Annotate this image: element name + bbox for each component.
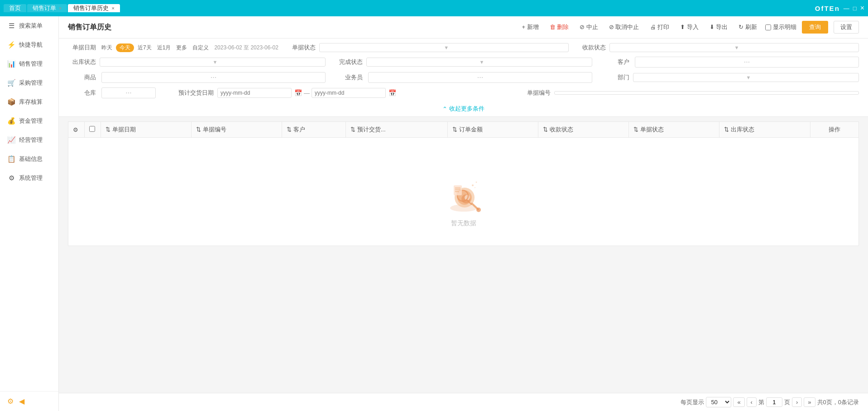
top-bar: 首页 销售订单 × 销售订单历史 × OfTEn — □ × [0, 0, 868, 16]
th-bill-date[interactable]: ⇅ 单据日期 [101, 122, 192, 138]
display-toggle-checkbox[interactable] [765, 24, 771, 30]
import-button[interactable]: ⬆ 导入 [677, 22, 701, 33]
sidebar-item-operations[interactable]: 📈 经营管理 [0, 131, 58, 150]
date-tag-1month[interactable]: 近1月 [155, 44, 173, 52]
sidebar-item-search-label: 搜索菜单 [19, 22, 43, 30]
select-all-checkbox[interactable] [89, 126, 95, 132]
page-title: 销售订单历史 [68, 23, 111, 32]
refresh-button[interactable]: ↻ 刷新 [736, 22, 760, 33]
sidebar-item-inventory[interactable]: 📦 库存核算 [0, 92, 58, 111]
warehouse-input[interactable]: ··· [101, 87, 156, 98]
filter-row-warehouse: 仓库 ··· 预计交货日期 📅 — 📅 单据编号 [68, 87, 859, 98]
svg-point-6 [476, 208, 481, 212]
th-outbound-status[interactable]: ⇅ 出库状态 [719, 122, 810, 138]
date-tag-yesterday[interactable]: 昨天 [100, 44, 114, 52]
salesperson-input[interactable]: ··· [368, 72, 592, 83]
svg-point-15 [475, 187, 475, 188]
inventory-icon: 📦 [7, 98, 15, 106]
date-tag-more[interactable]: 更多 [174, 44, 189, 52]
settings-bottom-icon[interactable]: ⚙ [7, 397, 14, 406]
stop-button[interactable]: ⊘ 中止 [577, 22, 601, 33]
customer-input[interactable]: ··· [635, 57, 859, 68]
th-bill-date-label: ⇅ 单据日期 [106, 126, 136, 133]
page-header: 销售订单历史 + 新增 🗑 删除 ⊘ 中止 ⊘ 取消中止 🖨 打印 ⬆ 导入 ⬇… [59, 16, 868, 39]
per-page-select[interactable]: 50 10 20 100 [706, 397, 731, 407]
query-button[interactable]: 查询 [802, 21, 828, 34]
th-amount[interactable]: ⇅ 订单金额 [447, 122, 538, 138]
goods-input[interactable]: ··· [101, 72, 326, 83]
display-toggle[interactable]: 显示明细 [765, 23, 796, 31]
svg-rect-9 [454, 185, 462, 195]
delivery-date-from[interactable] [217, 88, 292, 98]
date-tag-today[interactable]: 今天 [116, 44, 134, 52]
print-button[interactable]: 🖨 打印 [647, 22, 672, 33]
th-bill-no-label: ⇅ 单据编号 [196, 126, 226, 133]
finance-icon: 💰 [7, 117, 15, 125]
sidebar-item-sales-label: 销售管理 [19, 60, 43, 68]
bill-no-input[interactable] [554, 91, 859, 95]
first-page-btn[interactable]: « [733, 397, 744, 407]
th-settings[interactable]: ⚙ [68, 122, 85, 138]
sidebar-item-quicknav[interactable]: ⚡ 快捷导航 [0, 35, 58, 54]
th-bill-status[interactable]: ⇅ 单据状态 [629, 122, 719, 138]
sidebar-item-system[interactable]: ⚙ 系统管理 [0, 169, 58, 188]
calendar-to-icon[interactable]: 📅 [388, 89, 396, 97]
tab-home-label: 首页 [9, 4, 21, 12]
date-tag-custom[interactable]: 自定义 [191, 44, 211, 52]
tab-home[interactable]: 首页 [4, 4, 26, 12]
th-payment-status-label: ⇅ 收款状态 [543, 126, 573, 133]
outbound-status-select[interactable]: ▼ [100, 58, 326, 67]
prev-page-btn[interactable]: ‹ [747, 397, 757, 407]
th-delivery[interactable]: ⇅ 预计交货... [346, 122, 448, 138]
minimize-btn[interactable]: — [844, 5, 849, 12]
payment-status-select[interactable]: ▼ [609, 43, 859, 52]
sidebar-item-purchase[interactable]: 🛒 采购管理 [0, 73, 58, 92]
tab-sales-order-label: 销售订单 [33, 4, 56, 12]
new-button[interactable]: + 新增 [519, 22, 541, 33]
close-btn[interactable]: × [860, 4, 864, 12]
department-select[interactable]: ▼ [633, 73, 859, 82]
svg-point-14 [475, 182, 477, 183]
main-layout: ☰ 搜索菜单 ⚡ 快捷导航 📊 销售管理 🛒 采购管理 📦 库存核算 💰 资金管… [0, 16, 868, 411]
sidebar-item-sales[interactable]: 📊 销售管理 [0, 54, 58, 73]
outbound-status-arrow: ▼ [213, 59, 322, 65]
filter-row-date: 单据日期 昨天 今天 近7天 近1月 更多 自定义 2023-06-02 至 2… [68, 43, 859, 52]
collapse-sidebar-icon[interactable]: ◀ [19, 397, 24, 406]
delivery-date-to[interactable] [312, 88, 386, 98]
empty-illustration [441, 174, 486, 219]
sidebar-item-basic[interactable]: 📋 基础信息 [0, 150, 58, 169]
sales-icon: 📊 [7, 60, 15, 68]
th-customer[interactable]: ⇅ 客户 [282, 122, 346, 138]
setting-button[interactable]: 设置 [834, 21, 859, 34]
th-checkbox[interactable] [85, 122, 101, 138]
th-bill-no[interactable]: ⇅ 单据编号 [192, 122, 282, 138]
sidebar-item-quicknav-label: 快捷导航 [19, 41, 43, 49]
maximize-btn[interactable]: □ [853, 5, 857, 12]
salesperson-label: 业务员 [335, 73, 366, 82]
tab-sales-order-history-close[interactable]: × [111, 5, 114, 11]
next-page-btn[interactable]: › [792, 397, 802, 407]
sidebar-item-search[interactable]: ☰ 搜索菜单 [0, 16, 58, 35]
date-value: 昨天 今天 近7天 近1月 更多 自定义 2023-06-02 至 2023-0… [100, 44, 278, 52]
th-delivery-label: ⇅ 预计交货... [350, 126, 385, 133]
sidebar-item-finance-label: 资金管理 [19, 117, 43, 125]
tab-sales-order-history[interactable]: 销售订单历史 × [68, 4, 120, 12]
outbound-status-label: 出库状态 [68, 58, 100, 66]
cancel-stop-button[interactable]: ⊘ 取消中止 [606, 22, 642, 33]
table-body: 暂无数据 [68, 138, 859, 246]
last-page-btn[interactable]: » [804, 397, 815, 407]
export-button[interactable]: ⬇ 导出 [707, 22, 731, 33]
th-payment-status[interactable]: ⇅ 收款状态 [538, 122, 629, 138]
th-amount-label: ⇅ 订单金额 [452, 126, 483, 133]
sidebar-item-finance[interactable]: 💰 资金管理 [0, 111, 58, 131]
tab-sales-order-close[interactable]: × [59, 5, 62, 11]
page-input[interactable] [766, 397, 782, 407]
tab-sales-order[interactable]: 销售订单 × [27, 4, 67, 12]
bill-status-select[interactable]: ▼ [319, 43, 569, 52]
delete-button[interactable]: 🗑 删除 [547, 22, 572, 33]
operations-icon: 📈 [7, 136, 15, 144]
date-tag-7days[interactable]: 近7天 [136, 44, 153, 52]
calendar-from-icon[interactable]: 📅 [294, 89, 302, 97]
collapse-button[interactable]: ⌃ 收起更多条件 [442, 105, 484, 113]
complete-status-select[interactable]: ▼ [366, 58, 592, 67]
